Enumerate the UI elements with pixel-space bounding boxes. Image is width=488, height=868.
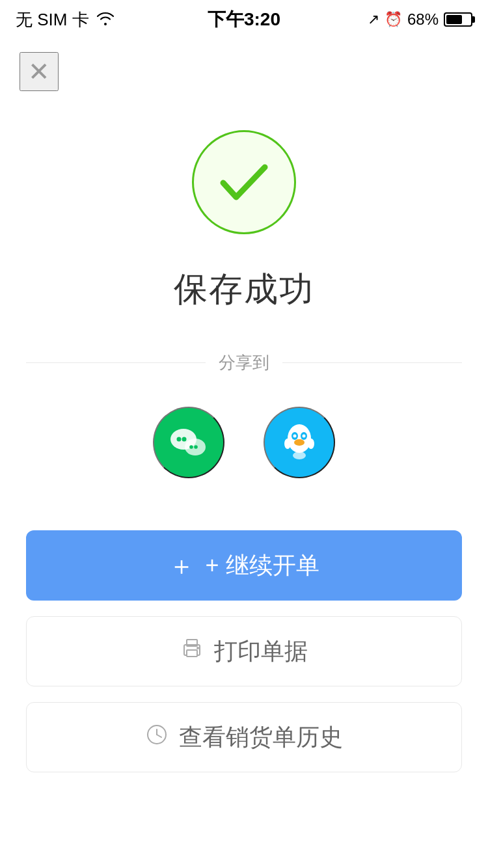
status-left: 无 SIM 卡 — [16, 8, 115, 31]
share-label: 分享到 — [219, 351, 269, 374]
carrier-text: 无 SIM 卡 — [16, 8, 89, 31]
success-icon-circle — [192, 130, 296, 234]
svg-point-14 — [294, 439, 305, 446]
svg-line-21 — [157, 735, 161, 737]
close-icon: ✕ — [28, 59, 50, 85]
svg-point-12 — [293, 435, 297, 438]
print-button[interactable]: 打印单据 — [26, 616, 462, 686]
svg-point-7 — [293, 452, 306, 459]
svg-point-1 — [177, 437, 182, 442]
qq-share-button[interactable] — [264, 407, 335, 478]
close-button[interactable]: ✕ — [20, 52, 59, 91]
battery-icon — [444, 12, 472, 27]
location-icon: ↗ — [368, 11, 379, 28]
checkmark-icon — [218, 162, 270, 202]
status-time: 下午3:20 — [208, 7, 280, 32]
success-title: 保存成功 — [174, 267, 314, 312]
svg-point-9 — [308, 439, 314, 449]
wifi-icon — [96, 10, 115, 30]
svg-point-4 — [189, 445, 193, 449]
svg-point-8 — [284, 439, 291, 449]
svg-point-13 — [303, 435, 306, 438]
svg-point-6 — [288, 424, 311, 453]
main-content: ✕ 保存成功 分享到 — [0, 39, 488, 868]
svg-point-5 — [194, 445, 198, 449]
history-button[interactable]: 查看销货单历史 — [26, 702, 462, 772]
print-label: 打印单据 — [214, 636, 308, 668]
svg-rect-17 — [187, 650, 197, 657]
status-bar: 无 SIM 卡 下午3:20 ↗ ⏰ 68% — [0, 0, 488, 39]
qq-icon — [280, 422, 319, 463]
divider-line-left — [26, 362, 206, 363]
continue-label: + 继续开单 — [205, 550, 319, 582]
status-right: ↗ ⏰ 68% — [368, 10, 472, 29]
clock-icon — [145, 723, 169, 752]
svg-point-18 — [197, 647, 199, 649]
continue-button[interactable]: ＋ + 继续开单 — [26, 530, 462, 601]
action-buttons-group: ＋ + 继续开单 打印单据 — [26, 530, 462, 772]
plus-icon: ＋ — [169, 548, 195, 584]
history-label: 查看销货单历史 — [179, 722, 343, 753]
print-icon — [180, 637, 204, 666]
battery-pct: 68% — [407, 10, 439, 29]
alarm-icon: ⏰ — [385, 11, 402, 28]
wechat-share-button[interactable] — [153, 407, 224, 478]
svg-point-2 — [182, 437, 187, 442]
divider-line-right — [282, 362, 462, 363]
wechat-icon — [168, 425, 210, 460]
share-divider: 分享到 — [26, 351, 462, 374]
share-icons-group — [153, 407, 335, 478]
